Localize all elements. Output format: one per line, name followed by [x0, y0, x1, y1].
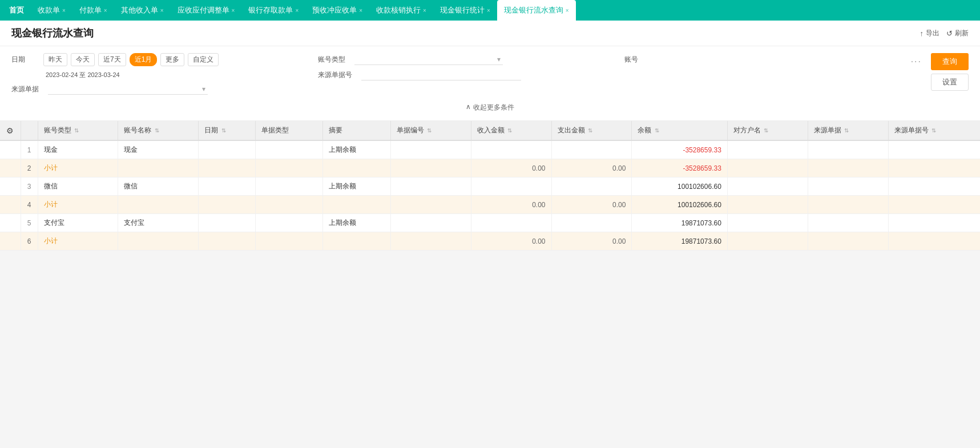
td-num: 4 [21, 196, 38, 214]
date-range-text: 2023-02-24 至 2023-03-24 [46, 71, 120, 78]
td-balance: 100102606.60 [632, 196, 727, 214]
td-doc-no [390, 196, 471, 214]
date-option-近7天[interactable]: 近7天 [98, 53, 126, 66]
account-type-chevron-icon: ▾ [497, 55, 501, 63]
account-type-select[interactable]: ▾ [354, 54, 503, 65]
th-source-doc-no[interactable]: 来源单据号 ⇅ [888, 121, 980, 140]
td-doc-no [390, 177, 471, 196]
td-summary [323, 159, 390, 177]
td-source-doc [808, 177, 888, 196]
date-option-昨天[interactable]: 昨天 [43, 53, 67, 66]
source-doc-num-input[interactable] [361, 70, 521, 80]
nav-tab-close-icon[interactable]: × [487, 7, 490, 14]
gear-icon: ⚙ [6, 126, 14, 135]
query-button[interactable]: 查询 [931, 53, 969, 70]
page-header: 现金银行流水查询 ↑ 导出 ↺ 刷新 [0, 21, 980, 46]
nav-tab-预收冲应收单[interactable]: 预收冲应收单× [305, 0, 369, 21]
table-container: ⚙ 账号类型 ⇅ 账号名称 ⇅ 日期 ⇅ 单据类型 摘要 单据编号 ⇅ 收入金额… [0, 121, 980, 251]
td-counterpart [727, 196, 808, 214]
th-date[interactable]: 日期 ⇅ [199, 121, 256, 140]
nav-tab-付款单[interactable]: 付款单× [72, 0, 114, 21]
date-option-近1月[interactable]: 近1月 [130, 53, 158, 66]
td-summary: 上期余额 [323, 140, 390, 159]
td-source-doc-no [888, 140, 980, 159]
refresh-button[interactable]: ↺ 刷新 [946, 29, 969, 38]
date-options: 昨天今天近7天近1月更多自定义 [43, 53, 219, 66]
th-account-name[interactable]: 账号名称 ⇅ [118, 121, 199, 140]
nav-tab-close-icon[interactable]: × [359, 7, 362, 14]
td-income: 0.00 [471, 159, 551, 177]
th-source-doc[interactable]: 来源单据 ⇅ [808, 121, 888, 140]
th-balance[interactable]: 余额 ⇅ [632, 121, 727, 140]
th-expense[interactable]: 支出金额 ⇅ [551, 121, 632, 140]
td-income: 0.00 [471, 196, 551, 214]
date-option-今天[interactable]: 今天 [71, 53, 95, 66]
td-num: 2 [21, 159, 38, 177]
th-account-type[interactable]: 账号类型 ⇅ [38, 121, 118, 140]
th-counterpart[interactable]: 对方户名 ⇅ [727, 121, 808, 140]
td-source-doc-no [888, 177, 980, 196]
nav-tab-close-icon[interactable]: × [423, 7, 426, 14]
td-doc-no [390, 159, 471, 177]
td-counterpart [727, 140, 808, 159]
td-summary [323, 196, 390, 214]
td-balance: 100102606.60 [632, 177, 727, 196]
source-doc-select[interactable]: ▾ [48, 84, 208, 95]
date-option-自定义[interactable]: 自定义 [188, 53, 219, 66]
export-icon: ↑ [920, 29, 924, 38]
nav-tab-银行存取款单[interactable]: 银行存取款单× [241, 0, 305, 21]
td-source-doc [808, 159, 888, 177]
td-summary: 上期余额 [323, 214, 390, 232]
td-counterpart [727, 232, 808, 251]
nav-tab-close-icon[interactable]: × [62, 7, 66, 14]
td-expense [551, 140, 632, 159]
td-gear [0, 177, 21, 196]
td-date [199, 140, 256, 159]
nav-tab-现金银行流水查询[interactable]: 现金银行流水查询× [497, 0, 576, 21]
td-date [199, 196, 256, 214]
nav-tab-应收应付调整单[interactable]: 应收应付调整单× [171, 0, 242, 21]
nav-tab-其他收入单[interactable]: 其他收入单× [114, 0, 171, 21]
td-expense [551, 177, 632, 196]
td-source-doc [808, 214, 888, 232]
nav-tab-close-icon[interactable]: × [295, 7, 299, 14]
date-label: 日期 [11, 55, 34, 64]
td-source-doc [808, 232, 888, 251]
collapse-bar[interactable]: ∧ 收起更多条件 [11, 99, 969, 116]
th-gear[interactable]: ⚙ [0, 121, 21, 140]
source-doc-label: 来源单据 [11, 84, 39, 94]
td-summary [323, 232, 390, 251]
th-doc-no[interactable]: 单据编号 ⇅ [390, 121, 471, 140]
th-summary: 摘要 [323, 121, 390, 140]
settings-button[interactable]: 设置 [931, 74, 969, 91]
collapse-icon: ∧ [466, 103, 471, 112]
nav-tab-close-icon[interactable]: × [566, 7, 569, 14]
nav-tab-收款单[interactable]: 收款单× [31, 0, 72, 21]
td-expense: 0.00 [551, 196, 632, 214]
td-date [199, 159, 256, 177]
date-option-更多[interactable]: 更多 [160, 53, 184, 66]
th-income[interactable]: 收入金额 ⇅ [471, 121, 551, 140]
nav-tab-close-icon[interactable]: × [232, 7, 235, 14]
account-label: 账号 [624, 55, 647, 64]
td-source-doc-no [888, 159, 980, 177]
td-gear [0, 232, 21, 251]
account-more-button[interactable]: ... [911, 54, 922, 64]
th-num [21, 121, 38, 140]
table-row: 1 现金 现金 上期余额 -3528659.33 [0, 140, 980, 159]
td-account-type: 小计 [38, 232, 118, 251]
nav-home[interactable]: 首页 [2, 0, 31, 21]
nav-tab-close-icon[interactable]: × [104, 7, 107, 14]
filter-row-account: 账号 ... [624, 54, 922, 64]
td-balance: -3528659.33 [632, 159, 727, 177]
td-balance: 19871073.60 [632, 232, 727, 251]
td-date [199, 214, 256, 232]
td-summary: 上期余额 [323, 177, 390, 196]
nav-tab-close-icon[interactable]: × [160, 7, 164, 14]
nav-tab-收款核销执行[interactable]: 收款核销执行× [369, 0, 433, 21]
export-button[interactable]: ↑ 导出 [920, 29, 940, 38]
td-account-type: 微信 [38, 177, 118, 196]
td-balance: -3528659.33 [632, 140, 727, 159]
td-account-name [118, 159, 199, 177]
nav-tab-现金银行统计[interactable]: 现金银行统计× [433, 0, 497, 21]
